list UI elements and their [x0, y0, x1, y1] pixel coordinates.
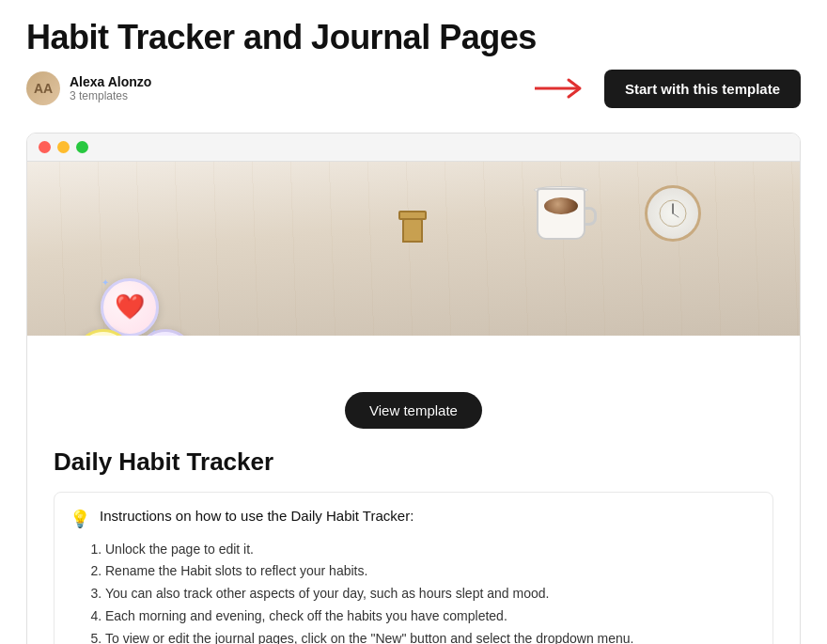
view-template-wrap: View template [54, 392, 773, 429]
header-section: Habit Tracker and Journal Pages AA Alexa… [0, 0, 827, 119]
view-template-button[interactable]: View template [345, 392, 482, 429]
list-item: Unlock the page to edit it. [105, 539, 754, 561]
svg-line-3 [673, 213, 679, 217]
coffee-cup-decoration [537, 179, 593, 243]
watch-face-svg [658, 198, 688, 228]
bulb-icon: 💡 [70, 509, 90, 529]
section-title: Daily Habit Tracker [54, 448, 773, 477]
cup-coffee [544, 197, 578, 214]
instructions-header: 💡 Instructions on how to use the Daily H… [70, 508, 754, 529]
watch-face [645, 185, 701, 242]
instructions-title: Instructions on how to use the Daily Hab… [100, 508, 414, 524]
sparkle-decoration: ✦ [101, 277, 109, 288]
page-title: Habit Tracker and Journal Pages [26, 19, 801, 56]
window-chrome [27, 134, 800, 162]
window-dot-red [39, 141, 51, 153]
cup-body [537, 188, 585, 240]
hero-image: ❤️ ✦ ✦ 🍎 🏋️ [27, 162, 800, 336]
author-info: AA Alexa Alonzo 3 templates [26, 71, 151, 105]
instructions-list: Unlock the page to edit it. Rename the H… [70, 539, 754, 644]
icon-row-top: ❤️ ✦ ✦ [101, 278, 159, 336]
content-section: View template Daily Habit Tracker 💡 Inst… [27, 336, 800, 644]
avatar-initials: AA [34, 81, 53, 96]
watch-decoration [640, 181, 706, 246]
list-item: Each morning and evening, check off the … [105, 605, 754, 628]
red-arrow-icon [535, 75, 591, 102]
instructions-box: 💡 Instructions on how to use the Daily H… [54, 492, 773, 644]
start-template-button[interactable]: Start with this template [604, 70, 801, 108]
cup-handle [584, 207, 597, 226]
clip-wings [398, 211, 427, 220]
habit-icon-heart: ❤️ ✦ ✦ [101, 278, 159, 336]
list-item: Rename the Habit slots to reflect your h… [105, 560, 754, 583]
preview-window: ❤️ ✦ ✦ 🍎 🏋️ View template Daily Habit Tr… [26, 133, 801, 644]
list-item: You can also track other aspects of your… [105, 583, 754, 605]
author-meta: 3 templates [70, 89, 151, 102]
list-item: To view or edit the journal pages, click… [105, 628, 754, 644]
clip-body [402, 218, 423, 243]
author-row: AA Alexa Alonzo 3 templates Start with t… [26, 70, 801, 108]
avatar: AA [26, 71, 60, 105]
author-details: Alexa Alonzo 3 templates [70, 74, 151, 102]
window-dot-green [76, 141, 88, 153]
cta-area: Start with this template [535, 70, 801, 108]
window-dot-yellow [57, 141, 70, 153]
binder-clip-decoration [402, 218, 425, 252]
habit-icons: ❤️ ✦ ✦ 🍎 🏋️ [74, 278, 195, 336]
author-name: Alexa Alonzo [70, 74, 151, 89]
